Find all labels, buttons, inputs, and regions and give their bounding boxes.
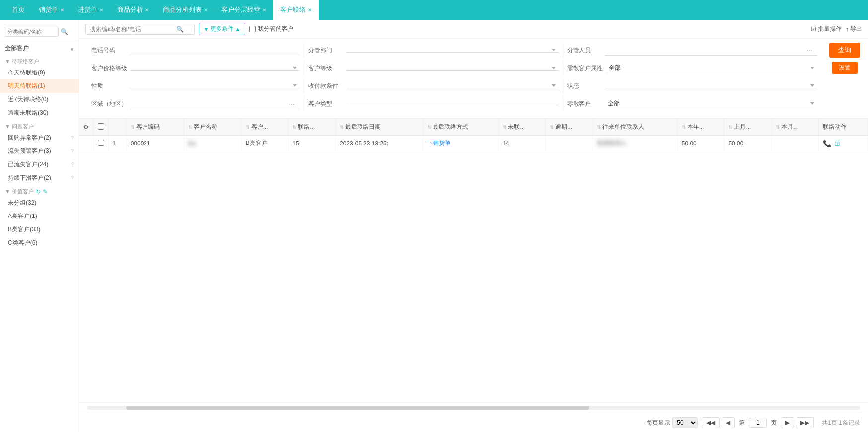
sort-icon-this-month: ⇅	[776, 124, 780, 130]
action-phone-icon[interactable]: 📞	[823, 140, 831, 147]
th-this-year[interactable]: ⇅本年...	[677, 119, 724, 136]
nav-close-customer-contact[interactable]: ✕	[308, 7, 312, 13]
nav-close-purchase-order[interactable]: ✕	[99, 7, 103, 13]
sidebar-item-repurchase-abnormal[interactable]: 回购异常客户(2) ?	[0, 131, 79, 144]
my-customer-checkbox[interactable]	[249, 26, 256, 32]
th-gear[interactable]: ⚙	[79, 119, 93, 136]
nav-close-sales-order[interactable]: ✕	[60, 7, 64, 13]
sidebar-item-7days-contact[interactable]: 近7天待联络(0)	[0, 93, 79, 106]
filter-customer-level-label: 客户等级	[308, 64, 343, 72]
more-filter-button[interactable]: ▼ 更多条件 ▲	[199, 23, 245, 35]
refresh-icon[interactable]: ↻	[36, 188, 41, 195]
prev-page-button[interactable]: ◀	[722, 417, 735, 428]
filter-phone-input[interactable]	[129, 46, 300, 55]
filter-person-dots[interactable]: ···	[804, 46, 814, 54]
filter-retail-customer-select[interactable]: 全部	[605, 98, 817, 109]
filter-type-select[interactable]	[346, 103, 559, 105]
filter-payment-select[interactable]	[346, 83, 559, 88]
first-page-button[interactable]: ◀◀	[702, 417, 720, 428]
sidebar-item-lost[interactable]: 已流失客户(24) ?	[0, 158, 79, 171]
sidebar-item-overdue-contact[interactable]: 逾期未联络(30)	[0, 106, 79, 120]
filter-area-select[interactable]: ···	[130, 99, 300, 109]
select-all-checkbox[interactable]	[98, 123, 104, 130]
th-overdue[interactable]: ⇅逾期...	[546, 119, 593, 136]
set-button[interactable]: 设置	[832, 62, 858, 74]
filter-area-dots[interactable]: ···	[287, 100, 297, 108]
search-input[interactable]	[90, 26, 174, 33]
sidebar-search-input[interactable]	[4, 27, 59, 37]
sidebar-item-lost-warning[interactable]: 流失预警客户(3) ?	[0, 144, 79, 158]
filter-nature-select[interactable]	[129, 83, 300, 88]
th-last-contact-date[interactable]: ⇅最后联络日期	[336, 119, 423, 136]
filter-nature: 性质	[87, 80, 304, 92]
value-customer-group: ▼ 价值客户 ↻ ✎	[0, 185, 79, 196]
th-unit-contact[interactable]: ⇅往来单位联系人	[592, 119, 677, 136]
sidebar-item-ungrouped[interactable]: 未分组(32)	[0, 196, 79, 210]
filter-type: 客户类型	[304, 98, 563, 110]
filter-person-select[interactable]: ···	[605, 45, 817, 56]
filter-retail-attr-select[interactable]: 全部	[606, 63, 817, 73]
sidebar-item-declining[interactable]: 持续下滑客户(2) ?	[0, 171, 79, 185]
sidebar-item-type-b[interactable]: B类客户(33)	[0, 223, 79, 236]
th-contact[interactable]: ⇅联络...	[289, 119, 336, 136]
nav-close-customer-segmentation[interactable]: ✕	[262, 7, 266, 13]
th-this-month[interactable]: ⇅本月...	[772, 119, 819, 136]
th-uncontacted[interactable]: ⇅未联...	[499, 119, 546, 136]
last-page-button[interactable]: ▶▶	[796, 417, 814, 428]
nav-customer-contact[interactable]: 客户联络 ✕	[273, 0, 319, 20]
page-number-input[interactable]	[749, 418, 767, 428]
th-type[interactable]: ⇅客户...	[241, 119, 289, 136]
all-customers-section[interactable]: 全部客户 «	[0, 40, 79, 55]
filter-payment-chevron	[552, 84, 556, 87]
horizontal-scrollbar[interactable]	[87, 406, 860, 410]
chevron-up-icon: ▲	[235, 26, 241, 33]
filter-status-select[interactable]	[605, 83, 817, 88]
nav-close-product-analysis[interactable]: ✕	[145, 7, 149, 13]
table-row: 1 000021 Ea B类客户 15 2023-05-23 18:25: 下销…	[79, 136, 868, 151]
filter-retail-customer-chevron	[810, 102, 814, 105]
th-name[interactable]: ⇅客户名称	[184, 119, 241, 136]
sort-icon-contact: ⇅	[292, 124, 296, 130]
th-last-contact-method[interactable]: ⇅最后联络方式	[423, 119, 499, 136]
nav-close-product-analysis-list[interactable]: ✕	[204, 7, 208, 13]
nav-sales-order[interactable]: 销货单 ✕	[32, 0, 71, 20]
value-customer-label: ▼ 价值客户	[5, 188, 34, 195]
sidebar-item-type-a[interactable]: A类客户(1)	[0, 210, 79, 223]
per-page-select[interactable]: 50 100	[672, 417, 698, 428]
filter-price-level-select[interactable]	[130, 66, 300, 71]
edit-icon[interactable]: ✎	[43, 188, 48, 195]
batch-operation-button[interactable]: ☑ 批量操作	[811, 25, 842, 33]
filter-dept-select[interactable]	[346, 48, 559, 53]
my-customer-checkbox-area[interactable]: 我分管的客户	[249, 25, 293, 33]
search-box: 🔍	[85, 24, 195, 35]
nav-home[interactable]: 首页	[5, 0, 32, 20]
sort-icon-type: ⇅	[246, 124, 250, 130]
filter-person-label: 分管人员	[567, 46, 602, 55]
filter-customer-level-select[interactable]	[346, 66, 559, 71]
page-size-area: 每页显示 50 100	[647, 417, 698, 428]
sidebar-item-today-contact[interactable]: 今天待联络(0)	[0, 66, 79, 79]
sidebar-item-tomorrow-contact[interactable]: 明天待联络(1)	[0, 79, 79, 93]
th-checkbox	[93, 119, 108, 136]
nav-purchase-order[interactable]: 进货单 ✕	[71, 0, 110, 20]
action-grid-icon[interactable]: ⊞	[834, 140, 840, 147]
all-customers-label: 全部客户	[5, 44, 29, 53]
sidebar-search-icon[interactable]: 🔍	[61, 28, 68, 35]
th-last-month[interactable]: ⇅上月...	[724, 119, 772, 136]
horizontal-scrollbar-thumb[interactable]	[126, 406, 590, 410]
next-page-button[interactable]: ▶	[781, 417, 794, 428]
question-icon-repurchase: ?	[71, 135, 74, 142]
nav-product-analysis-list[interactable]: 商品分析列表 ✕	[156, 0, 215, 20]
search-submit-icon[interactable]: 🔍	[176, 26, 184, 33]
nav-customer-segmentation[interactable]: 客户分层经营 ✕	[215, 0, 273, 20]
sidebar-item-type-c[interactable]: C类客户(6)	[0, 236, 79, 250]
row-checkbox-1[interactable]	[98, 140, 104, 146]
th-code[interactable]: ⇅客户编码	[126, 119, 184, 136]
query-button[interactable]: 查询	[829, 43, 860, 58]
filter-dept: 分管部门	[304, 44, 563, 57]
export-button[interactable]: ↑ 导出	[846, 25, 862, 33]
filter-person: 分管人员 ···	[563, 43, 821, 58]
nav-product-analysis[interactable]: 商品分析 ✕	[110, 0, 156, 20]
last-contact-method-link[interactable]: 下销货单	[427, 140, 451, 146]
filter-customer-level: 客户等级	[304, 62, 563, 74]
